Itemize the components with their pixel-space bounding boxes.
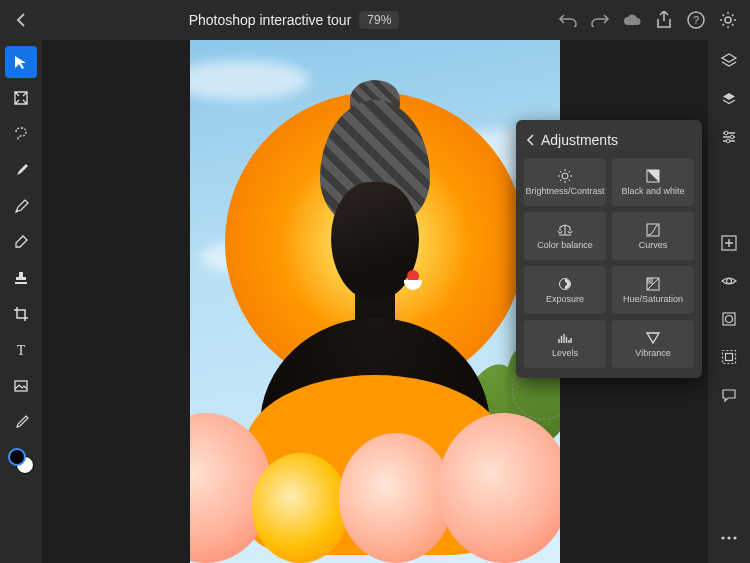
type-tool[interactable]: T: [5, 334, 37, 366]
mask-button[interactable]: [714, 304, 744, 334]
plus-icon: [720, 234, 738, 252]
svg-rect-23: [647, 278, 653, 284]
svg-point-16: [727, 536, 730, 539]
mixer-brush-tool[interactable]: [5, 190, 37, 222]
right-toolbar: [708, 40, 750, 563]
brightness-icon: [557, 168, 573, 184]
type-icon: T: [13, 342, 29, 358]
comments-button[interactable]: [714, 380, 744, 410]
eyedropper-tool[interactable]: [5, 406, 37, 438]
effects-button[interactable]: [714, 342, 744, 372]
adjustment-hue-saturation[interactable]: Hue/Saturation: [612, 266, 694, 314]
mask-icon: [720, 310, 738, 328]
share-button[interactable]: [654, 10, 674, 30]
svg-rect-5: [15, 381, 27, 391]
eraser-tool[interactable]: [5, 226, 37, 258]
panel-header[interactable]: Adjustments: [524, 128, 694, 158]
svg-rect-20: [647, 224, 659, 236]
adjustment-levels[interactable]: Levels: [524, 320, 606, 368]
settings-button[interactable]: [718, 10, 738, 30]
sliders-icon: [720, 128, 738, 146]
adjustment-black-white[interactable]: Black and white: [612, 158, 694, 206]
adjustment-label: Color balance: [537, 241, 593, 250]
svg-rect-14: [726, 354, 733, 361]
curves-icon: [646, 222, 660, 238]
left-toolbar: T: [0, 40, 42, 563]
lasso-icon: [13, 126, 29, 142]
blackwhite-icon: [646, 168, 660, 184]
fx-icon: [720, 348, 738, 366]
svg-point-8: [726, 139, 730, 143]
artwork-flowers: [190, 393, 560, 563]
levels-icon: [557, 330, 573, 346]
layer-styles-icon: [720, 90, 738, 108]
place-image-tool[interactable]: [5, 370, 37, 402]
svg-point-6: [724, 131, 728, 135]
brush-icon: [13, 162, 29, 178]
brush-tool[interactable]: [5, 154, 37, 186]
mixer-brush-icon: [13, 198, 29, 214]
transform-tool[interactable]: [5, 82, 37, 114]
undo-icon: [559, 13, 577, 27]
add-button[interactable]: [714, 228, 744, 258]
help-icon: ?: [687, 11, 705, 29]
adjustment-label: Brightness/Contrast: [525, 187, 604, 196]
lasso-tool[interactable]: [5, 118, 37, 150]
svg-point-12: [726, 316, 733, 323]
vibrance-icon: [646, 330, 660, 346]
svg-point-17: [733, 536, 736, 539]
undo-button[interactable]: [558, 10, 578, 30]
chevron-left-icon: [16, 13, 26, 27]
clone-stamp-tool[interactable]: [5, 262, 37, 294]
layers-panel-button[interactable]: [714, 46, 744, 76]
svg-text:T: T: [17, 343, 26, 358]
topbar-actions: ?: [558, 10, 738, 30]
eraser-icon: [13, 234, 29, 250]
adjustment-label: Vibrance: [635, 349, 670, 358]
huesat-icon: [646, 276, 660, 292]
panel-title: Adjustments: [541, 132, 618, 148]
svg-text:?: ?: [693, 14, 699, 26]
more-menu[interactable]: [714, 523, 744, 553]
adjustment-brightness-contrast[interactable]: Brightness/Contrast: [524, 158, 606, 206]
balance-icon: [556, 222, 574, 238]
foreground-color-swatch[interactable]: [8, 448, 26, 466]
layer-styles-button[interactable]: [714, 84, 744, 114]
adjustment-color-balance[interactable]: Color balance: [524, 212, 606, 260]
gear-icon: [719, 11, 737, 29]
move-tool-icon: [13, 54, 29, 70]
back-button[interactable]: [12, 13, 30, 27]
document-canvas[interactable]: [190, 40, 560, 563]
svg-point-2: [725, 17, 731, 23]
adjustments-grid: Brightness/Contrast Black and white Colo…: [524, 158, 694, 368]
svg-point-3: [16, 210, 18, 212]
adjustment-label: Black and white: [621, 187, 684, 196]
redo-button[interactable]: [590, 10, 610, 30]
help-button[interactable]: ?: [686, 10, 706, 30]
adjustment-exposure[interactable]: Exposure: [524, 266, 606, 314]
image-icon: [13, 378, 29, 394]
cloud-button[interactable]: [622, 10, 642, 30]
visibility-toggle[interactable]: [714, 266, 744, 296]
zoom-level[interactable]: 79%: [359, 11, 399, 29]
properties-panel-button[interactable]: [714, 122, 744, 152]
share-icon: [656, 11, 672, 29]
crop-icon: [13, 306, 29, 322]
adjustment-label: Exposure: [546, 295, 584, 304]
svg-point-15: [721, 536, 724, 539]
eye-icon: [720, 272, 738, 290]
cloud-icon: [622, 13, 642, 27]
transform-icon: [13, 90, 29, 106]
document-title: Photoshop interactive tour: [189, 12, 352, 28]
adjustments-panel: Adjustments Brightness/Contrast Black an…: [516, 120, 702, 378]
top-bar: Photoshop interactive tour 79% ?: [0, 0, 750, 40]
adjustment-vibrance[interactable]: Vibrance: [612, 320, 694, 368]
move-tool[interactable]: [5, 46, 37, 78]
eyedropper-icon: [13, 414, 29, 430]
crop-tool[interactable]: [5, 298, 37, 330]
adjustment-curves[interactable]: Curves: [612, 212, 694, 260]
title-area: Photoshop interactive tour 79%: [30, 11, 558, 29]
svg-point-18: [562, 173, 568, 179]
layers-icon: [720, 52, 738, 70]
color-swatches[interactable]: [8, 448, 34, 474]
